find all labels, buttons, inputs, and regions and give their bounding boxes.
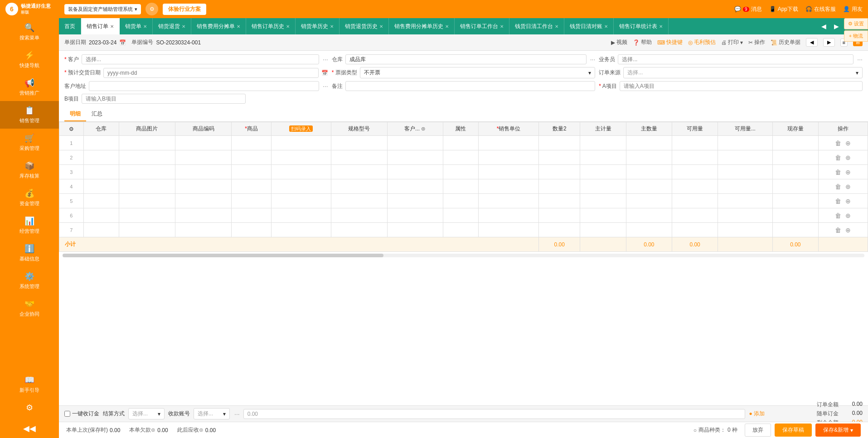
industry-button[interactable]: 体验行业方案 [163,4,206,15]
row-6-delete-icon[interactable]: 🗑 [834,212,842,220]
row-5-copy-icon[interactable]: ⊕ [844,197,852,205]
account-more-button[interactable]: ··· [234,410,240,418]
help-button[interactable]: ❓ 帮助 [633,39,652,46]
close-tab-order-history[interactable]: ✕ [286,24,290,29]
close-tab-reconciliation[interactable]: ✕ [604,24,608,29]
close-tab-return[interactable]: ✕ [182,24,185,29]
close-tab-stats[interactable]: ✕ [659,24,663,29]
sidebar-item-system[interactable]: ⚙️ 系统管理 [0,267,59,294]
print-button[interactable]: 🖨 打印 ▾ [721,39,743,46]
row-2-copy-icon[interactable]: ⊕ [844,154,852,162]
app-download-button[interactable]: 📱 App下载 [769,5,798,13]
system-selector[interactable]: 装备及固定资产辅助管理系统 ▾ [64,4,141,14]
view-video-button[interactable]: ▶ 视频 [611,39,627,46]
tab-sales-expense[interactable]: 销售费用分摊单 ✕ [191,18,246,34]
amount-input[interactable] [243,409,746,419]
order-source-select[interactable]: 选择... ▾ [623,67,863,78]
add-payment-button[interactable]: ● 添加 [749,410,765,418]
history-button[interactable]: 📜 历史单据 [771,39,800,46]
col-scan[interactable]: 扫码录入 [271,122,331,136]
tab-sales-stats[interactable]: 销售订单统计表 ✕ [614,18,669,34]
next-record-button[interactable]: ▶ [823,38,835,47]
operation-button[interactable]: ✂ 操作 [748,39,765,46]
tab-expense-history[interactable]: 销售费用分摊单历史 ✕ [389,18,455,34]
sidebar-item-inventory[interactable]: 📦 库存核算 [0,156,59,184]
settings-icon[interactable]: ⚙ [145,3,158,15]
customer-input[interactable] [82,54,319,64]
row-1-copy-icon[interactable]: ⊕ [844,139,852,147]
remark-input[interactable] [345,81,596,91]
sidebar-item-guide[interactable]: 📖 新手引导 [0,371,59,398]
customer-more-button[interactable]: ··· [323,56,328,63]
row-7-delete-icon[interactable]: 🗑 [834,226,842,234]
sidebar-item-purchase[interactable]: 🛒 采购管理 [0,129,59,156]
warehouse-input[interactable] [345,54,587,64]
sidebar-item-basic-info[interactable]: ℹ️ 基础信息 [0,239,59,267]
row-6-copy-icon[interactable]: ⊕ [844,212,852,220]
save-new-chevron-icon[interactable]: ▾ [850,427,853,433]
close-tab-workbench[interactable]: ✕ [500,24,504,29]
tab-sales-return[interactable]: 销货退货 ✕ [153,18,191,34]
discard-button[interactable]: 放弃 [745,424,771,437]
shortcut-button[interactable]: ⌨ 快捷键 [657,39,683,46]
print-dropdown-icon[interactable]: ▾ [740,39,743,46]
payment-method-select[interactable]: 选择... ▾ [128,408,165,419]
tab-reconciliation[interactable]: 钱货日清对账 ✕ [564,18,614,34]
calendar2-icon[interactable]: 📅 [321,70,328,76]
add-logistics-button[interactable]: + 物流 [844,34,868,42]
calendar-icon[interactable]: 📅 [119,39,126,46]
horizontal-scrollbar[interactable] [59,252,868,259]
close-tab-return-history[interactable]: ✕ [379,24,383,29]
close-tab-expense-history[interactable]: ✕ [445,24,449,29]
close-tab-invoice-history[interactable]: ✕ [330,24,334,29]
row-3-copy-icon[interactable]: ⊕ [844,168,852,176]
prev-record-button[interactable]: ◀ [806,38,818,47]
row-4-delete-icon[interactable]: 🗑 [834,183,842,191]
delivery-date-input[interactable] [103,68,319,78]
tab-sales-invoice[interactable]: 销货单 ✕ [120,18,153,34]
sidebar-item-finance[interactable]: 💰 资金管理 [0,184,59,212]
invoice-type-select[interactable]: 不开票 ▾ [360,67,596,78]
sidebar-collapse-button[interactable]: ◀◀ [0,419,59,438]
row-7-copy-icon[interactable]: ⊕ [844,226,852,234]
row-3-delete-icon[interactable]: 🗑 [834,168,842,176]
sidebar-item-sales[interactable]: 📋 销售管理 [0,101,59,129]
message-button[interactable]: 💬 9 💬 消息 [734,5,762,13]
save-new-button[interactable]: 保存&新增 ▾ [815,424,861,437]
tab-sales-order-history[interactable]: 销售订单历史 ✕ [246,18,296,34]
account-select[interactable]: 选择... ▾ [194,408,230,419]
tab-summary[interactable]: 汇总 [86,107,108,121]
sidebar-item-marketing[interactable]: 📢 营销推广 [0,73,59,101]
tab-sales-order[interactable]: 销售订单 ✕ [81,18,120,34]
profit-button[interactable]: ◎ 毛利预估 [688,39,716,46]
address-input[interactable] [89,81,319,91]
salesperson-more-button[interactable]: ··· [857,56,863,63]
tab-cash-daily[interactable]: 钱货日清工作台 ✕ [509,18,564,34]
col-settings[interactable]: ⚙ [59,122,84,136]
tab-invoice-history[interactable]: 销货单历史 ✕ [296,18,339,34]
user-avatar[interactable]: 👤 用友 [843,5,863,13]
address-more-button[interactable]: ··· [323,82,328,90]
tab-next-button[interactable]: ▶ [830,18,843,34]
close-tab-invoice[interactable]: ✕ [143,24,147,29]
save-draft-button[interactable]: 保存草稿 [775,424,812,437]
sidebar-item-operations[interactable]: 📊 经营管理 [0,212,59,239]
sidebar-item-cooperation[interactable]: 🤝 企业协同 [0,294,59,322]
close-tab-cash-daily[interactable]: ✕ [555,24,558,29]
one-click-checkbox[interactable]: 一键收订金 [64,410,99,418]
sidebar-item-search[interactable]: 🔍 搜索菜单 [0,18,59,46]
b-project-input[interactable] [82,94,246,104]
row-5-delete-icon[interactable]: 🗑 [834,197,842,205]
close-tab-sales-order[interactable]: ✕ [110,24,114,29]
sidebar-item-shortcuts[interactable]: ⚡ 快捷导航 [0,46,59,73]
row-2-delete-icon[interactable]: 🗑 [834,154,842,162]
online-service-button[interactable]: 🎧 在线客服 [805,5,836,13]
a-project-input[interactable] [620,81,863,91]
close-tab-expense[interactable]: ✕ [237,24,240,29]
row-4-copy-icon[interactable]: ⊕ [844,183,852,191]
tab-return-history[interactable]: 销货退货历史 ✕ [339,18,389,34]
row-1-delete-icon[interactable]: 🗑 [834,139,842,147]
tab-detail[interactable]: 明细 [64,107,86,121]
tab-home[interactable]: 首页 [59,18,81,34]
warehouse-more-button[interactable]: ··· [590,56,596,63]
